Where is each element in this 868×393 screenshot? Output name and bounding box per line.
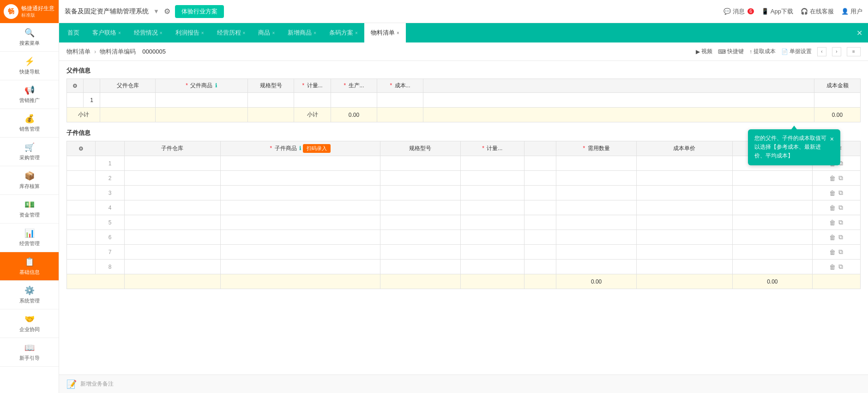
- tab-products-close[interactable]: ×: [272, 30, 275, 36]
- delete-icon[interactable]: 🗑: [829, 263, 836, 271]
- child-row6-unit[interactable]: [460, 230, 524, 245]
- child-row1-qty[interactable]: [556, 156, 636, 171]
- child-row1-warehouse[interactable]: [124, 156, 220, 171]
- child-row8-warehouse[interactable]: [124, 260, 220, 274]
- child-row3-qty[interactable]: [556, 186, 636, 200]
- nav-next-btn[interactable]: ›: [832, 47, 841, 56]
- child-row8-unitcost[interactable]: [636, 260, 732, 274]
- parent-row1-production[interactable]: [331, 93, 377, 108]
- settings-icon[interactable]: ⚙: [164, 7, 170, 16]
- child-row2-unit[interactable]: [460, 171, 524, 186]
- child-row3-unit[interactable]: [460, 186, 524, 200]
- child-row3-unitcost[interactable]: [636, 186, 732, 200]
- tab-operations[interactable]: 经营情况 ×: [127, 23, 169, 42]
- child-row2-unitcost[interactable]: [636, 171, 732, 186]
- child-row6-qty[interactable]: [556, 230, 636, 245]
- parent-row1-cost[interactable]: [377, 93, 423, 108]
- single-settings-action[interactable]: 📄 单据设置: [781, 48, 812, 55]
- tab-history-close[interactable]: ×: [243, 30, 246, 36]
- child-row4-unitcost[interactable]: [636, 200, 732, 215]
- tab-profit-close[interactable]: ×: [201, 30, 204, 36]
- global-close-icon[interactable]: ✕: [853, 29, 866, 37]
- copy-icon[interactable]: ⧉: [838, 248, 843, 256]
- message-item[interactable]: 💬 消息 6: [723, 7, 754, 16]
- child-row5-unit[interactable]: [460, 215, 524, 230]
- child-row1-unitcost[interactable]: [636, 156, 732, 171]
- parent-th-settings[interactable]: ⚙: [67, 79, 84, 93]
- child-row4-product[interactable]: [220, 200, 380, 215]
- sidebar-item-basics[interactable]: 📋 基础信息: [0, 252, 59, 281]
- dropdown-arrow-icon[interactable]: ▼: [153, 8, 159, 15]
- child-row7-warehouse[interactable]: [124, 245, 220, 260]
- child-row7-product[interactable]: [220, 245, 380, 260]
- child-row6-unitcost[interactable]: [636, 230, 732, 245]
- child-row4-qty[interactable]: [556, 200, 636, 215]
- tab-customer[interactable]: 客户联络 ×: [86, 23, 127, 42]
- child-row6-product[interactable]: [220, 230, 380, 245]
- copy-icon[interactable]: ⧉: [838, 263, 843, 271]
- sidebar-item-enterprise[interactable]: 🤝 企业协同: [0, 309, 59, 338]
- tab-new-product[interactable]: 新增商品 ×: [281, 23, 323, 42]
- shortcut-action[interactable]: ⌨ 快捷键: [718, 48, 744, 55]
- delete-icon[interactable]: 🗑: [829, 175, 836, 182]
- parent-row1-product[interactable]: [156, 93, 248, 108]
- user-item[interactable]: 👤 用户: [841, 7, 862, 16]
- tab-bom[interactable]: 物料清单 ×: [364, 23, 406, 42]
- child-row1-product[interactable]: [220, 156, 380, 171]
- child-row6-warehouse[interactable]: [124, 230, 220, 245]
- sidebar-item-finance[interactable]: 💵 资金管理: [0, 195, 59, 224]
- tab-home[interactable]: 首页: [61, 23, 86, 42]
- trial-button[interactable]: 体验行业方案: [175, 5, 224, 18]
- nav-prev-btn[interactable]: ‹: [817, 47, 826, 56]
- child-row2-warehouse[interactable]: [124, 171, 220, 186]
- child-row4-spec[interactable]: [380, 200, 460, 215]
- child-row2-product[interactable]: [220, 171, 380, 186]
- sidebar-item-sales[interactable]: 💰 销售管理: [0, 109, 59, 138]
- child-row7-unitcost[interactable]: [636, 245, 732, 260]
- child-row3-spec[interactable]: [380, 186, 460, 200]
- nav-grid-btn[interactable]: ≡: [847, 47, 861, 56]
- app-download-item[interactable]: 📱 App下载: [761, 7, 793, 16]
- sidebar-item-system[interactable]: ⚙️ 系统管理: [0, 281, 59, 309]
- child-row5-unitcost[interactable]: [636, 215, 732, 230]
- extract-cost-action[interactable]: ↑ 提取成本: [749, 48, 776, 55]
- delete-icon[interactable]: 🗑: [829, 219, 836, 226]
- child-row3-warehouse[interactable]: [124, 186, 220, 200]
- tab-operations-close[interactable]: ×: [160, 30, 163, 36]
- sidebar-item-search[interactable]: 🔍 搜索菜单: [0, 23, 59, 52]
- sidebar-item-operations[interactable]: 📊 经营管理: [0, 224, 59, 252]
- child-product-info-icon[interactable]: ℹ: [299, 145, 301, 151]
- child-row4-unit[interactable]: [460, 200, 524, 215]
- sidebar-item-marketing[interactable]: 📢 营销推广: [0, 80, 59, 109]
- child-row5-product[interactable]: [220, 215, 380, 230]
- child-row7-unit[interactable]: [460, 245, 524, 260]
- tab-profit[interactable]: 利润报告 ×: [169, 23, 211, 42]
- child-row5-spec[interactable]: [380, 215, 460, 230]
- sidebar-item-guide[interactable]: 📖 新手引导: [0, 338, 59, 367]
- parent-row1-warehouse[interactable]: [100, 93, 156, 108]
- tab-new-product-close[interactable]: ×: [313, 30, 316, 36]
- tab-customer-close[interactable]: ×: [118, 30, 121, 36]
- delete-icon[interactable]: 🗑: [829, 189, 836, 197]
- parent-row1-spec[interactable]: [248, 93, 294, 108]
- tab-barcode[interactable]: 条码方案 ×: [323, 23, 364, 42]
- child-row7-qty[interactable]: [556, 245, 636, 260]
- child-row1-unit[interactable]: [460, 156, 524, 171]
- child-row2-qty[interactable]: [556, 171, 636, 186]
- child-row7-spec[interactable]: [380, 245, 460, 260]
- sidebar-item-quicknav[interactable]: ⚡ 快捷导航: [0, 52, 59, 80]
- online-service-item[interactable]: 🎧 在线客服: [801, 7, 834, 16]
- bottom-bar-text[interactable]: 新增业务备注: [80, 380, 114, 388]
- sidebar-item-purchase[interactable]: 🛒 采购管理: [0, 138, 59, 166]
- child-row3-product[interactable]: [220, 186, 380, 200]
- tooltip-close-btn[interactable]: ×: [830, 134, 834, 144]
- copy-icon[interactable]: ⧉: [838, 189, 843, 197]
- tab-products[interactable]: 商品 ×: [252, 23, 281, 42]
- child-row8-spec[interactable]: [380, 260, 460, 274]
- tab-barcode-close[interactable]: ×: [355, 30, 358, 36]
- child-th-settings[interactable]: ⚙: [67, 141, 96, 156]
- breadcrumb-bom[interactable]: 物料清单: [66, 48, 94, 56]
- delete-icon[interactable]: 🗑: [829, 234, 836, 241]
- child-row6-spec[interactable]: [380, 230, 460, 245]
- view-action[interactable]: ▶ 视频: [696, 48, 712, 55]
